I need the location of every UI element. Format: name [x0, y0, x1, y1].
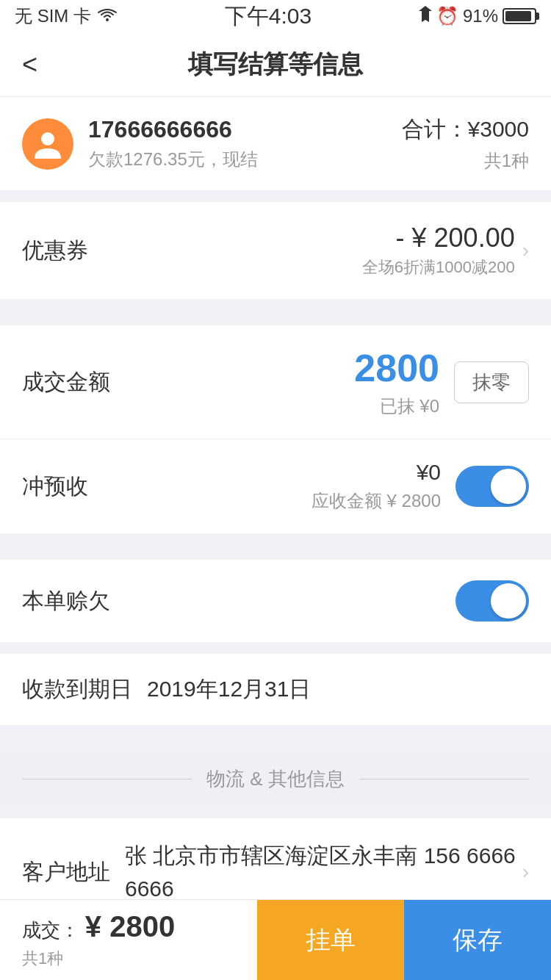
coupon-discount: - ¥ 200.00: [362, 223, 515, 253]
address-value: 张 北京市市辖区海淀区永丰南 156 6666 6666: [125, 839, 522, 905]
bottom-deal-line: 成交： ¥ 2800: [22, 910, 235, 943]
customer-left: 17666666666 欠款1276.35元，现结: [22, 116, 258, 171]
section-gap-1: [0, 311, 551, 325]
receivable-amount: 应收金额 ¥ 2800: [311, 489, 441, 513]
total-amount: 合计：¥3000: [402, 115, 529, 145]
credit-row: 本单赊欠: [0, 560, 551, 642]
prepay-row: 冲预收 ¥0 应收金额 ¥ 2800: [0, 439, 551, 533]
logistics-label: 物流 & 其他信息: [206, 766, 345, 792]
bottom-deal-count: 共1种: [22, 948, 235, 970]
alarm-icon: ⏰: [436, 6, 458, 26]
customer-card: 17666666666 欠款1276.35元，现结 合计：¥3000 共1种: [0, 97, 551, 190]
prepay-amount: ¥0: [311, 460, 441, 485]
customer-info: 17666666666 欠款1276.35元，现结: [88, 116, 258, 171]
prepay-toggle[interactable]: [455, 466, 529, 507]
status-right: ⏰ 91%: [419, 6, 536, 26]
bottom-deal-label: 成交：: [22, 919, 79, 941]
coupon-row[interactable]: 优惠券 - ¥ 200.00 全场6折满1000减200 ›: [0, 202, 551, 299]
section-gap-2: [0, 545, 551, 560]
duedate-label: 收款到期日: [22, 674, 132, 705]
customer-phone: 17666666666: [88, 116, 258, 143]
svg-point-0: [106, 18, 109, 21]
main-content: 17666666666 欠款1276.35元，现结 合计：¥3000 共1种 优…: [0, 97, 551, 980]
avatar: [22, 118, 73, 170]
credit-toggle[interactable]: [455, 580, 529, 621]
coupon-right: - ¥ 200.00 全场6折满1000减200 ›: [362, 223, 529, 278]
divider-line-left: [22, 779, 192, 779]
address-chevron: ›: [522, 860, 529, 884]
back-button[interactable]: <: [22, 49, 66, 80]
address-label: 客户地址: [22, 857, 110, 887]
coupon-detail: - ¥ 200.00 全场6折满1000减200: [362, 223, 515, 278]
transaction-section: 成交金额 2800 已抹 ¥0 抹零 冲预收 ¥0 应收金额 ¥ 2800: [0, 325, 551, 533]
coupon-label: 优惠券: [22, 236, 88, 266]
amount-row: 成交金额 2800 已抹 ¥0 抹零: [0, 325, 551, 439]
status-left: 无 SIM 卡: [15, 4, 118, 28]
battery-percent: 91%: [463, 6, 498, 26]
page-title: 填写结算等信息: [188, 48, 363, 82]
battery-icon: [503, 8, 536, 24]
amount-label: 成交金额: [22, 367, 110, 397]
bottom-bar: 成交： ¥ 2800 共1种 挂单 保存: [0, 899, 551, 980]
bottom-deal-amount: ¥ 2800: [85, 910, 175, 943]
amount-sub: 已抹 ¥0: [354, 394, 439, 418]
prepay-info: ¥0 应收金额 ¥ 2800: [311, 460, 441, 513]
toggle-knob: [491, 469, 526, 504]
nav-bar: < 填写结算等信息: [0, 32, 551, 97]
save-button[interactable]: 保存: [404, 900, 551, 981]
prepay-label: 冲预收: [22, 472, 88, 502]
coupon-chevron: ›: [522, 239, 529, 262]
customer-right: 合计：¥3000 共1种: [402, 115, 529, 173]
toggle-right: ¥0 应收金额 ¥ 2800: [311, 460, 529, 513]
hold-button[interactable]: 挂单: [257, 900, 404, 981]
amount-value: 2800: [354, 346, 439, 390]
total-count: 共1种: [402, 149, 529, 173]
duedate-value: 2019年12月31日: [147, 674, 311, 705]
bottom-summary: 成交： ¥ 2800 共1种: [0, 910, 257, 970]
location-icon: [419, 6, 432, 26]
svg-point-1: [41, 132, 54, 145]
status-bar: 无 SIM 卡 下午4:03 ⏰ 91%: [0, 0, 551, 32]
status-time: 下午4:03: [225, 1, 311, 32]
amount-number-col: 2800 已抹 ¥0: [354, 346, 439, 418]
credit-toggle-knob: [491, 583, 526, 619]
customer-debt: 欠款1276.35元，现结: [88, 148, 258, 171]
wifi-icon: [97, 6, 118, 26]
coupon-desc: 全场6折满1000减200: [362, 256, 515, 278]
divider-line-right: [359, 779, 529, 779]
section-gap-3: [0, 737, 551, 752]
amount-right: 2800 已抹 ¥0 抹零: [354, 346, 529, 418]
duedate-row: 收款到期日 2019年12月31日: [0, 654, 551, 725]
round-button[interactable]: 抹零: [454, 361, 529, 403]
no-sim-text: 无 SIM 卡: [15, 4, 91, 28]
logistics-divider: 物流 & 其他信息: [0, 752, 551, 807]
credit-label: 本单赊欠: [22, 586, 110, 616]
